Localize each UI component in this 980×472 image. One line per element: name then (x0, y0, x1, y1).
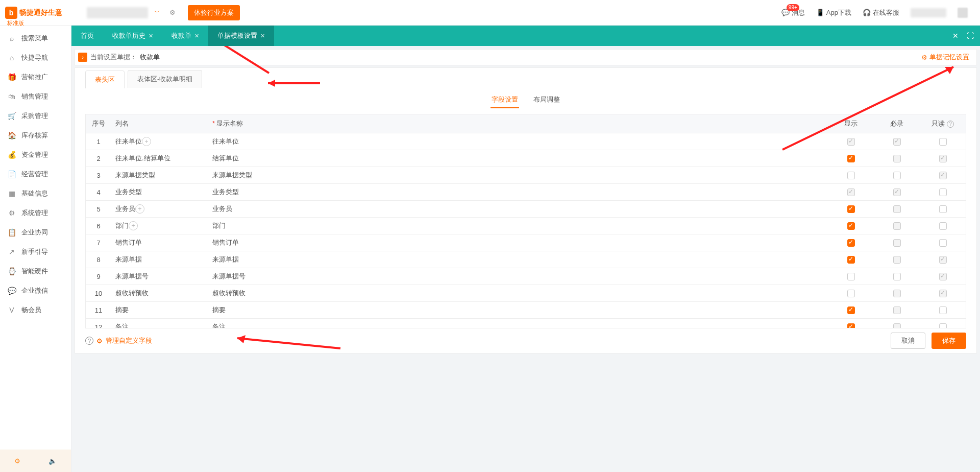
sidebar-item-guide[interactable]: ↗新手引导 (0, 242, 71, 262)
fullscreen-icon[interactable]: ⛶ (967, 32, 974, 40)
cell-name: 往来单位+ (111, 133, 208, 150)
checkbox[interactable] (847, 273, 855, 280)
cell-name: 业务员+ (111, 201, 208, 218)
sidebar-item-operation[interactable]: 📄经营管理 (0, 164, 71, 184)
checkbox[interactable] (893, 172, 901, 179)
checkbox[interactable] (847, 155, 855, 162)
cell-seq: 11 (86, 302, 111, 319)
plus-icon[interactable]: + (129, 221, 138, 230)
help-icon[interactable]: ? (947, 121, 954, 128)
cell-name: 业务类型 (111, 184, 208, 201)
promo-button[interactable]: 体验行业方案 (188, 5, 240, 20)
checkbox[interactable] (847, 172, 855, 179)
checkbox (939, 155, 947, 162)
cell-name: 来源单据号 (111, 268, 208, 285)
checkbox[interactable] (847, 205, 855, 213)
zone-tab-1[interactable]: 表体区-收款单明细 (128, 70, 202, 88)
cell-display[interactable]: 摘要 (208, 302, 828, 319)
checkbox[interactable] (939, 188, 947, 196)
cell-display[interactable]: 结算单位 (208, 150, 828, 167)
tab-receipt[interactable]: 收款单✕ (162, 26, 208, 46)
checkbox[interactable] (939, 323, 947, 328)
close-icon[interactable]: ✕ (260, 33, 265, 39)
checkbox[interactable] (847, 306, 855, 314)
cell-display[interactable]: 部门 (208, 218, 828, 234)
cell-display[interactable]: 超收转预收 (208, 285, 828, 302)
checkbox (893, 188, 901, 196)
table-row: 12备注备注 (86, 319, 966, 329)
tab-template[interactable]: 单据模板设置✕ (208, 26, 274, 46)
tenant-selector[interactable]: ﹀ ⚙ 体验行业方案 (87, 5, 240, 20)
checkbox[interactable] (847, 222, 855, 230)
online-service-label: 在线客服 (873, 8, 899, 17)
checkbox[interactable] (893, 273, 901, 280)
content: 首页收款单历史✕收款单✕单据模板设置✕ ✕ ⛶ › 当前设置单据： 收款单 ⚙ … (71, 26, 980, 472)
cell-display[interactable]: 来源单据 (208, 251, 828, 268)
mode-tab-0[interactable]: 字段设置 (491, 92, 519, 108)
checkbox (893, 290, 901, 297)
online-service-link[interactable]: 🎧 在线客服 (863, 8, 899, 17)
cell-display[interactable]: 备注 (208, 319, 828, 329)
sidebar-item-inventory[interactable]: 🏠库存核算 (0, 126, 71, 145)
messages-link[interactable]: 💬 消息 99+ (781, 8, 805, 17)
sidebar-item-hardware[interactable]: ⌚智能硬件 (0, 262, 71, 281)
mode-tab-1[interactable]: 布局调整 (532, 92, 561, 108)
zone-tab-0[interactable]: 表头区 (85, 70, 125, 88)
plus-icon[interactable]: + (135, 204, 144, 214)
sidebar-item-quick-nav[interactable]: ⌂快捷导航 (0, 48, 71, 67)
tab-history[interactable]: 收款单历史✕ (103, 26, 162, 46)
sidebar-item-basicinfo[interactable]: ▦基础信息 (0, 184, 71, 203)
close-icon[interactable]: ✕ (194, 33, 199, 39)
save-button[interactable]: 保存 (932, 333, 966, 349)
gear-icon[interactable]: ⚙ (169, 9, 176, 16)
plus-icon[interactable]: + (142, 137, 151, 146)
checkbox[interactable] (939, 138, 947, 146)
sidebar-item-search-menu[interactable]: ⌕搜索菜单 (0, 29, 71, 48)
cell-display[interactable]: 销售订单 (208, 234, 828, 251)
funds-icon: 💰 (7, 151, 16, 159)
sidebar-item-marketing[interactable]: 🎁营销推广 (0, 67, 71, 87)
manage-custom-fields-link[interactable]: ? ⚙ 管理自定义字段 (85, 336, 152, 345)
table-row: 11摘要摘要 (86, 302, 966, 319)
cell-readonly (920, 268, 966, 285)
checkbox[interactable] (847, 290, 855, 297)
tab-home[interactable]: 首页 (71, 26, 103, 46)
field-table: 序号 列名 *显示名称 显示 必录 只读? 1往来单位+往来单位2往来单位.结算… (86, 114, 966, 328)
sidebar-item-label: 畅会员 (21, 305, 41, 315)
tenant-name-blurred (87, 7, 148, 18)
sidebar-item-sysmgmt[interactable]: ⚙系统管理 (0, 203, 71, 223)
cell-name: 来源单据类型 (111, 167, 208, 184)
sidebar-item-funds[interactable]: 💰资金管理 (0, 145, 71, 164)
checkbox[interactable] (939, 222, 947, 230)
checkbox[interactable] (847, 239, 855, 247)
sound-icon[interactable]: 🔈 (48, 457, 57, 465)
close-all-icon[interactable]: ✕ (952, 32, 959, 40)
sidebar-item-purchase[interactable]: 🛒采购管理 (0, 106, 71, 126)
checkbox[interactable] (939, 239, 947, 247)
checkbox[interactable] (847, 256, 855, 264)
memory-settings-label: 单据记忆设置 (929, 53, 969, 62)
collapse-toggle-icon[interactable]: › (78, 53, 87, 62)
sidebar-item-vip[interactable]: V畅会员 (0, 300, 71, 320)
cell-display[interactable]: 来源单据号 (208, 268, 828, 285)
memory-settings-link[interactable]: ⚙ 单据记忆设置 (921, 53, 973, 62)
sidebar-item-wecom[interactable]: 💬企业微信 (0, 281, 71, 300)
logo[interactable]: b 畅捷通好生意 (5, 7, 71, 19)
close-icon[interactable]: ✕ (149, 33, 153, 39)
sidebar-item-collab[interactable]: 📋企业协同 (0, 223, 71, 242)
page: › 当前设置单据： 收款单 ⚙ 单据记忆设置 表头区表体区-收款单明细 字段设置… (71, 46, 980, 472)
app-download-link[interactable]: 📱 App下载 (816, 8, 851, 17)
checkbox[interactable] (847, 323, 855, 328)
cell-show (828, 268, 874, 285)
cell-display[interactable]: 来源单据类型 (208, 167, 828, 184)
avatar[interactable] (958, 8, 968, 18)
checkbox[interactable] (939, 205, 947, 213)
cell-display[interactable]: 往来单位 (208, 133, 828, 150)
cell-show (828, 167, 874, 184)
settings-icon[interactable]: ⚙ (14, 457, 20, 465)
cancel-button[interactable]: 取消 (891, 333, 925, 349)
cell-display[interactable]: 业务员 (208, 201, 828, 218)
checkbox[interactable] (939, 306, 947, 314)
sidebar-item-sales[interactable]: 🛍销售管理 (0, 87, 71, 106)
cell-display[interactable]: 业务类型 (208, 184, 828, 201)
